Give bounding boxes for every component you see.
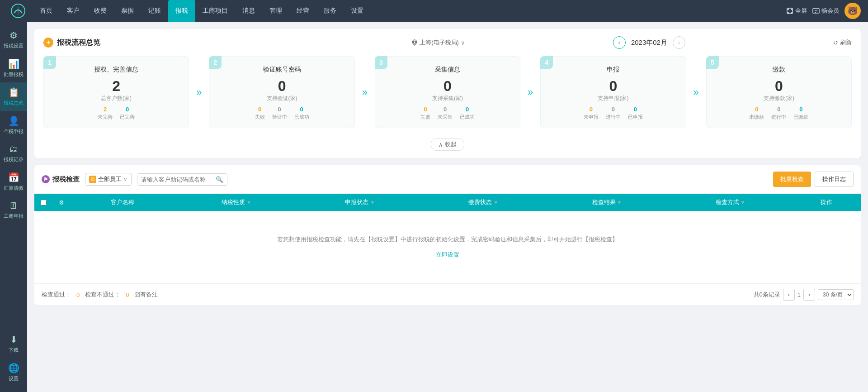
top-nav: 首页客户收费票据记账报税工商项目消息管理经营服务设置 全屏 畅会员 🐻 <box>0 0 868 22</box>
nav-item-设置[interactable]: 设置 <box>344 0 371 22</box>
nav-item-记账[interactable]: 记账 <box>141 0 168 22</box>
stat-item: 0 验证中 <box>272 106 287 120</box>
next-month-btn[interactable]: › <box>673 36 685 49</box>
check-header: ⚑ 报税检查 员 全部员工 ∨ 🔍 批量检查 操作日志 <box>34 165 861 194</box>
collapse-btn[interactable]: ∧ 收起 <box>431 138 464 151</box>
step-card-3: 4 申报 0 支持申报(家) 0 未申报 0 进行中 0 已申报 <box>540 56 686 128</box>
stat-item: 0 已完善 <box>120 106 135 120</box>
stat-item: 0 未采集 <box>438 106 453 120</box>
step-num: 1 <box>43 56 56 69</box>
sidebar-bottom-设置[interactable]: 🌐设置 <box>0 358 27 387</box>
member-btn[interactable]: 畅会员 <box>812 7 839 15</box>
stat-item: 2 未完善 <box>98 106 113 120</box>
step-num: 5 <box>706 56 719 69</box>
filter-icon[interactable]: ▼ <box>616 200 622 205</box>
staff-filter[interactable]: 员 全部员工 ∨ <box>85 173 132 186</box>
empty-row: 若您想使用报税检查功能，请先在【报税设置】中进行报税的初始化设置，完成密码验证和… <box>34 211 861 284</box>
nav-item-消息[interactable]: 消息 <box>235 0 262 22</box>
sidebar-bottom-下载[interactable]: ⬇下载 <box>0 330 27 358</box>
step-count: 0 <box>381 77 514 95</box>
sidebar-item-个税申报[interactable]: 👤个税申报 <box>0 111 27 139</box>
sidebar-icon: ⚙ <box>9 30 18 41</box>
sidebar-item-报税记录[interactable]: 🗂报税记录 <box>0 139 27 167</box>
nav-item-服务[interactable]: 服务 <box>316 0 344 22</box>
sidebar-icon: 🗓 <box>9 201 18 211</box>
fail-count[interactable]: 0 <box>126 292 129 298</box>
sidebar-icon: 📊 <box>8 58 19 69</box>
stat-item: 0 已申报 <box>628 106 643 120</box>
th-name: 客户名称 <box>71 194 175 211</box>
nav-item-经营[interactable]: 经营 <box>289 0 316 22</box>
nav-items: 首页客户收费票据记账报税工商项目消息管理经营服务设置 <box>33 0 786 22</box>
nav-item-管理[interactable]: 管理 <box>262 0 289 22</box>
th-settings: ⚙ <box>52 194 71 211</box>
nav-item-工商项目[interactable]: 工商项目 <box>195 0 235 22</box>
sidebar-icon: 🗂 <box>9 144 18 154</box>
settings-icon[interactable]: ⚙ <box>59 199 64 206</box>
filter-icon[interactable]: ▼ <box>368 200 375 205</box>
sidebar-item-工商年报[interactable]: 🗓工商年报 <box>0 196 27 224</box>
check-table: ⚙客户名称纳税性质 ▼申报状态 ▼缴费状态 ▼检查结果 ▼检查方式 ▼操作 若您… <box>34 194 861 284</box>
sidebar-item-批量报税[interactable]: 📊批量报税 <box>0 54 27 82</box>
table-footer: 检查通过： 0 检查不通过： 0 囧有备注 共0条记录 ‹ 1 › 30 条/页 <box>34 284 861 305</box>
operation-log-btn[interactable]: 操作日志 <box>815 172 854 187</box>
search-input[interactable] <box>137 174 212 185</box>
action-btns: 批量检查 操作日志 <box>773 172 854 187</box>
step-card-4: 5 缴款 0 支持缴款(家) 0 未缴款 0 进行中 0 已缴款 <box>706 56 852 128</box>
filter-icon[interactable]: ▼ <box>739 200 745 205</box>
user-avatar[interactable]: 🐻 <box>844 3 861 19</box>
stat-item: 0 未缴款 <box>749 106 764 120</box>
check-title: ⚑ 报税检查 <box>42 175 80 184</box>
sidebar-icon: 👤 <box>8 115 19 126</box>
pass-count[interactable]: 0 <box>76 292 80 298</box>
step-arrow-4: » <box>692 86 701 98</box>
nav-item-收费[interactable]: 收费 <box>87 0 114 22</box>
filter-icon[interactable]: ▼ <box>492 200 498 205</box>
overview-header: ＋ 报税流程总览 上海(电子税局) ∨ ‹ 2023年02月 › ↺ 刷新 <box>43 36 852 49</box>
step-stats: 0 未缴款 0 进行中 0 已缴款 <box>712 106 846 120</box>
step-stats: 0 失败 0 未采集 0 已成功 <box>381 106 514 120</box>
table-wrap: ⚙客户名称纳税性质 ▼申报状态 ▼缴费状态 ▼检查结果 ▼检查方式 ▼操作 若您… <box>34 194 861 284</box>
nav-item-首页[interactable]: 首页 <box>33 0 60 22</box>
stat-item: 0 已缴款 <box>793 106 808 120</box>
prev-month-btn[interactable]: ‹ <box>613 36 626 49</box>
stat-item: 0 已成功 <box>294 106 309 120</box>
tax-check-section: ⚑ 报税检查 员 全部员工 ∨ 🔍 批量检查 操作日志 ⚙客户名称纳税性质 ▼申… <box>34 165 861 305</box>
sidebar-item-汇算清缴[interactable]: 📅汇算清缴 <box>0 167 27 196</box>
nav-item-报税[interactable]: 报税 <box>168 0 195 22</box>
nav-item-票据[interactable]: 票据 <box>114 0 141 22</box>
select-all-checkbox[interactable] <box>41 200 47 206</box>
stat-item: 0 已成功 <box>460 106 475 120</box>
step-sub: 支持缴款(家) <box>712 95 846 102</box>
step-count: 0 <box>546 77 680 95</box>
prev-page-btn[interactable]: ‹ <box>783 289 795 301</box>
search-box: 🔍 <box>137 173 227 186</box>
refresh-btn[interactable]: ↺ 刷新 <box>833 38 852 47</box>
th-checkbox <box>34 194 52 211</box>
th-action: 操作 <box>792 194 861 211</box>
nav-item-客户[interactable]: 客户 <box>60 0 87 22</box>
th-checkResult: 检查结果 ▼ <box>545 194 669 211</box>
sidebar-icon: 📋 <box>8 87 19 98</box>
per-page-select[interactable]: 30 条/页 <box>818 289 854 300</box>
sidebar-item-报税总览[interactable]: 📋报税总览 <box>0 82 27 111</box>
search-btn[interactable]: 🔍 <box>212 174 227 185</box>
empty-message: 若您想使用报税检查功能，请先在【报税设置】中进行报税的初始化设置，完成密码验证和… <box>40 215 855 279</box>
app-logo <box>7 0 29 22</box>
location-tag[interactable]: 上海(电子税局) ∨ <box>411 38 465 47</box>
next-page-btn[interactable]: › <box>803 289 815 301</box>
th-payStatus: 缴费状态 ▼ <box>422 194 545 211</box>
header-checkbox[interactable] <box>40 200 47 206</box>
step-num: 2 <box>209 56 222 69</box>
pagination: 共0条记录 ‹ 1 › 30 条/页 <box>754 289 854 301</box>
th-checkMethod: 检查方式 ▼ <box>669 194 792 211</box>
sidebar-item-报税设置[interactable]: ⚙报税设置 <box>0 25 27 54</box>
batch-check-btn[interactable]: 批量检查 <box>773 172 811 187</box>
svg-rect-1 <box>787 8 793 14</box>
filter-icon[interactable]: ▼ <box>245 200 251 205</box>
fail-label: 检查不通过： <box>85 291 120 299</box>
step-sub: 支持验证(家) <box>215 95 349 102</box>
flow-steps: 1 授权、完善信息 2 总客户数(家) 2 未完善 0 已完善 » 2 验证账号… <box>43 56 852 128</box>
fullscreen-btn[interactable]: 全屏 <box>786 7 807 15</box>
setup-link[interactable]: 立即设置 <box>436 251 459 258</box>
